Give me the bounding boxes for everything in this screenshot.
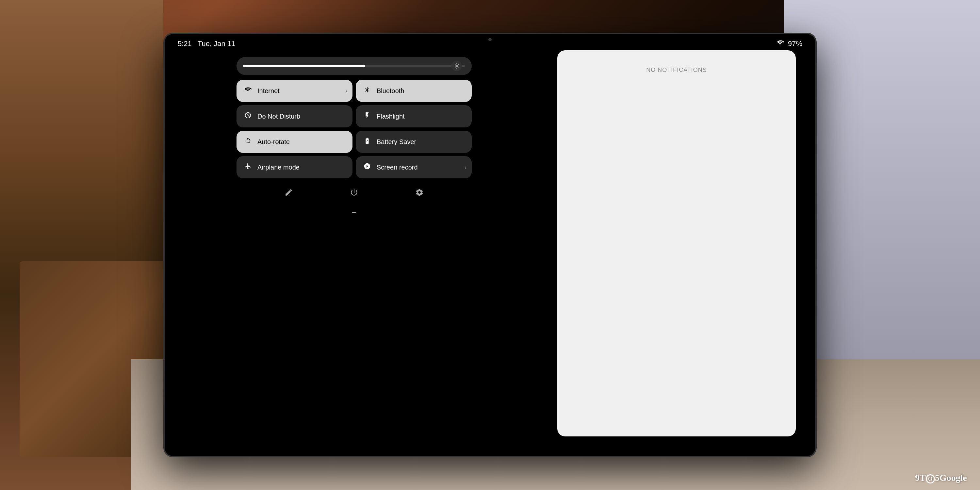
status-bar: 5:21 Tue, Jan 11 97% xyxy=(165,34,815,54)
battery-saver-tile-icon xyxy=(362,137,372,146)
watermark: 9TO5Google xyxy=(915,473,967,484)
quick-settings-tiles: Internet › Bluetooth xyxy=(237,80,472,178)
wifi-status-icon xyxy=(777,39,784,48)
watermark-text: 9TO5Google xyxy=(915,473,967,483)
power-icon[interactable] xyxy=(347,185,362,202)
screen-record-chevron: › xyxy=(465,164,466,171)
bottom-controls-row xyxy=(237,178,472,205)
tablet-screen: 5:21 Tue, Jan 11 97% xyxy=(165,34,815,456)
status-right: 97% xyxy=(777,39,802,48)
screen-record-tile-icon xyxy=(362,163,372,172)
status-time: 5:21 xyxy=(178,40,192,48)
quick-settings-panel: Internet › Bluetooth xyxy=(230,50,478,223)
status-date: Tue, Jan 11 xyxy=(197,40,235,48)
brightness-track xyxy=(243,65,465,67)
flashlight-tile-icon xyxy=(362,112,372,121)
collapse-icon[interactable] xyxy=(350,207,358,215)
tile-do-not-disturb[interactable]: Do Not Disturb xyxy=(237,105,353,127)
tile-flashlight[interactable]: Flashlight xyxy=(356,105,472,127)
tile-screen-record[interactable]: Screen record › xyxy=(356,156,472,178)
auto-rotate-label: Auto-rotate xyxy=(258,138,290,146)
tile-airplane-mode[interactable]: Airplane mode xyxy=(237,156,353,178)
dnd-label: Do Not Disturb xyxy=(258,113,300,120)
tablet-frame: 5:21 Tue, Jan 11 97% xyxy=(163,33,817,457)
tile-battery-saver[interactable]: Battery Saver xyxy=(356,130,472,153)
rotate-tile-icon xyxy=(243,137,253,146)
flashlight-label: Flashlight xyxy=(377,113,405,120)
tile-internet[interactable]: Internet › xyxy=(237,80,353,102)
battery-percent: 97% xyxy=(788,40,802,48)
airplane-tile-icon xyxy=(243,163,253,172)
settings-icon[interactable] xyxy=(412,185,427,202)
edit-icon[interactable] xyxy=(281,185,296,202)
internet-chevron: › xyxy=(345,88,347,94)
tile-bluetooth[interactable]: Bluetooth xyxy=(356,80,472,102)
bluetooth-label: Bluetooth xyxy=(377,87,404,95)
internet-label: Internet xyxy=(258,87,280,95)
bluetooth-tile-icon xyxy=(362,86,372,95)
screen-record-label: Screen record xyxy=(377,164,418,171)
brightness-fill xyxy=(243,65,365,67)
tile-auto-rotate[interactable]: Auto-rotate xyxy=(237,130,353,153)
dnd-tile-icon xyxy=(243,112,253,121)
wifi-tile-icon xyxy=(243,86,253,95)
battery-saver-label: Battery Saver xyxy=(377,138,416,146)
brightness-slider-row[interactable] xyxy=(237,57,472,75)
notification-panel: NO NOTIFICATIONS xyxy=(557,50,796,436)
no-notifications-text: NO NOTIFICATIONS xyxy=(646,67,707,73)
brightness-thumb-icon xyxy=(452,61,462,71)
collapse-row xyxy=(237,205,472,216)
airplane-mode-label: Airplane mode xyxy=(258,164,299,171)
